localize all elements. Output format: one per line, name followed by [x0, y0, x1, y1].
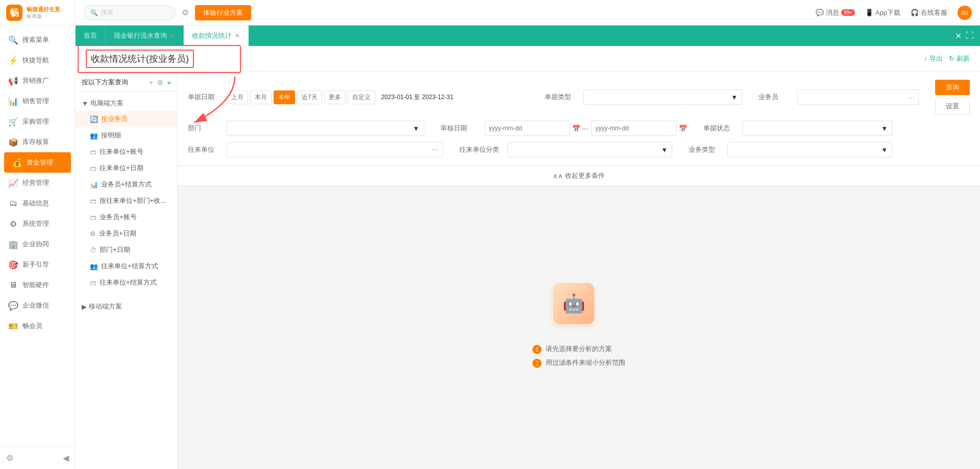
dept-select[interactable]: ▼	[227, 121, 424, 136]
date-btn-this-year[interactable]: 本年	[274, 90, 295, 104]
date-btn-7days[interactable]: 近7天	[297, 90, 322, 104]
sidebar-item-marketing[interactable]: 📢 营销推广	[0, 71, 75, 91]
scheme-item-partner-method2[interactable]: 🗃 往来单位+结算方式	[76, 274, 177, 291]
sidebar-footer: ⚙ ◀‍‍	[0, 447, 75, 469]
date-btn-last-month[interactable]: 上月	[227, 90, 248, 104]
date-btn-custom[interactable]: 自定义	[348, 90, 375, 104]
sidebar-item-corp[interactable]: 🏢 企业协同	[0, 234, 75, 254]
partner-select[interactable]: ···	[227, 142, 443, 157]
calendar-end-icon[interactable]: 📅	[679, 125, 687, 132]
review-date-label: 审核日期	[440, 124, 476, 133]
close-window-btn[interactable]: ✕	[955, 31, 962, 41]
system-icon: ⚙	[8, 219, 18, 229]
salesman-select[interactable]: ···	[797, 89, 919, 105]
sidebar-item-wechat[interactable]: 💬 企业微信	[0, 295, 75, 316]
sales-icon: 📊	[8, 96, 18, 106]
filter-row-3: 往来单位 ··· 往来单位分类 ▼ 业务类型 ▼	[188, 142, 970, 157]
date-label: 单据日期	[188, 92, 218, 102]
collapse-panel-btn[interactable]: «	[167, 79, 171, 86]
query-btns: 查询 设置	[935, 80, 970, 114]
doc-status-label: 单据状态	[703, 124, 734, 133]
scheme-item-partner-dept[interactable]: 🗃 按往来单位+部门+收...	[76, 193, 177, 209]
tab-collection-close[interactable]: ✕	[235, 32, 240, 39]
user-avatar[interactable]: Rit	[958, 6, 972, 20]
scheme-item-detail[interactable]: 👥 按明细	[76, 127, 177, 144]
trial-btn[interactable]: 体验行业方案	[195, 5, 251, 20]
partner-dots[interactable]: ···	[432, 145, 438, 154]
sidebar-collapse-btn[interactable]: ◀‍‍	[63, 453, 69, 463]
scheme-item-salesman-account[interactable]: 🗃 业务员+账号	[76, 209, 177, 225]
review-end-input[interactable]	[591, 121, 677, 136]
tab-bank-close[interactable]: ✕	[170, 32, 175, 39]
export-btn[interactable]: ↑ 导出	[924, 54, 943, 63]
left-panel-header: 按以下方案查询 + ⚙ «	[76, 72, 177, 91]
salesman-label: 业务员	[758, 92, 789, 102]
sidebar-item-search[interactable]: 🔍 搜索菜单	[0, 30, 75, 50]
hint-item-2: 2 用过滤条件来缩小分析范围	[532, 358, 625, 368]
topbar-search-box[interactable]: 🔍 搜索	[84, 5, 176, 20]
review-date-group: 📅 — 📅	[484, 121, 687, 136]
date-btn-this-month[interactable]: 本月	[250, 90, 272, 104]
salesman-method-icon: 📊	[90, 181, 98, 189]
query-btn[interactable]: 查询	[935, 80, 970, 95]
page-actions: ↑ 导出 ↻ 刷新	[924, 54, 970, 63]
message-btn[interactable]: 💬 消息 99+	[816, 8, 855, 17]
salesman-more-dots[interactable]: ···	[909, 93, 914, 101]
logo-icon: 畅	[6, 5, 22, 21]
scheme-item-salesman-date[interactable]: ⚙ 业务员+日期	[76, 225, 177, 242]
app-download-btn[interactable]: 📱 App下载	[865, 8, 900, 17]
scheme-item-dept-date[interactable]: ⏱ 部门+日期	[76, 242, 177, 258]
doc-status-select[interactable]: ▼	[742, 121, 892, 136]
sidebar-item-sales[interactable]: 📊 销售管理	[0, 91, 75, 111]
salesman-account-icon: 🗃	[90, 214, 96, 221]
online-service-btn[interactable]: 🎧 在线客服	[911, 8, 947, 17]
sidebar-item-guide[interactable]: 🎯 新手引导	[0, 254, 75, 275]
empty-hints: 1 请先选择要分析的方案 2 用过滤条件来缩小分析范围	[532, 344, 625, 372]
doc-type-select[interactable]: ▼	[583, 89, 742, 105]
sidebar-item-basic[interactable]: 🗂 基础信息	[0, 193, 75, 214]
sidebar-item-purchase[interactable]: 🛒 采购管理	[0, 111, 75, 132]
settings-btn[interactable]: 设置	[935, 98, 970, 114]
page-header: 收款情况统计(按业务员) ↑ 导出 ↻ 刷新	[76, 46, 980, 72]
partner-label: 往来单位	[188, 145, 218, 154]
sidebar-item-quicknav[interactable]: ⚡ 快捷导航	[0, 50, 75, 71]
topbar: 🔍 搜索 ⚙ 体验行业方案 💬 消息 99+ 📱 App下载 🎧 在线客服 Ri…	[76, 0, 980, 26]
scheme-group-desktop[interactable]: ▼ 电脑端方案	[76, 96, 177, 111]
mobile-expand-icon: ▶	[82, 303, 87, 311]
maximize-btn[interactable]: ⛶	[966, 31, 974, 40]
tab-home[interactable]: 首页	[76, 26, 106, 46]
scheme-item-partner-method1[interactable]: 👥 往来单位+结算方式	[76, 258, 177, 274]
collapse-icon: ∧∧	[553, 172, 563, 180]
search-icon: 🔍	[8, 35, 18, 45]
sidebar-item-operation[interactable]: 📈 经营管理	[0, 173, 75, 193]
app-icon: 📱	[865, 9, 873, 16]
partner-category-select[interactable]: ▼	[507, 142, 672, 157]
sidebar-settings-btn[interactable]: ⚙	[6, 453, 13, 463]
sidebar-item-inventory[interactable]: 📦 库存核算	[0, 132, 75, 152]
date-options-group: 上月 本月 本年 近7天 更多 自定义 2023-01-01 至 2023-12…	[227, 90, 453, 104]
sidebar-item-system[interactable]: ⚙ 系统管理	[0, 214, 75, 234]
scheme-item-salesman[interactable]: 🔄 按业务员	[76, 111, 177, 127]
main-area: 🔍 搜索 ⚙ 体验行业方案 💬 消息 99+ 📱 App下载 🎧 在线客服 Ri…	[76, 0, 980, 469]
scheme-item-salesman-method[interactable]: 📊 业务员+结算方式	[76, 176, 177, 193]
message-icon: 💬	[816, 9, 824, 16]
add-scheme-btn[interactable]: +	[149, 79, 153, 86]
salesman-icon: 🔄	[90, 115, 98, 123]
sidebar-item-member[interactable]: 🎫 畅会员	[0, 316, 75, 336]
calendar-start-icon[interactable]: 📅	[572, 125, 580, 132]
sidebar-item-finance[interactable]: 💰 资金管理	[4, 152, 71, 173]
scheme-item-partner-date[interactable]: 🗃 往来单位+日期	[76, 160, 177, 176]
topbar-left: 🔍 搜索 ⚙ 体验行业方案	[84, 5, 251, 20]
topbar-gear-btn[interactable]: ⚙	[182, 8, 189, 17]
scheme-item-partner-account[interactable]: 🗃 往来单位+账号	[76, 144, 177, 160]
collapse-more-btn[interactable]: ∧∧ 收起更多条件	[178, 166, 980, 186]
refresh-btn[interactable]: ↻ 刷新	[949, 54, 970, 63]
tab-bank[interactable]: 现金银行流水查询 ✕	[106, 26, 184, 46]
review-start-input[interactable]	[484, 121, 570, 136]
date-btn-more[interactable]: 更多	[324, 90, 346, 104]
sidebar-item-hardware[interactable]: 🖥 智能硬件	[0, 275, 75, 295]
scheme-settings-btn[interactable]: ⚙	[157, 79, 163, 86]
tab-collection[interactable]: 收款情况统计 ✕	[184, 26, 249, 46]
biz-type-select[interactable]: ▼	[727, 142, 892, 157]
scheme-group-mobile[interactable]: ▶ 移动端方案	[76, 299, 177, 314]
